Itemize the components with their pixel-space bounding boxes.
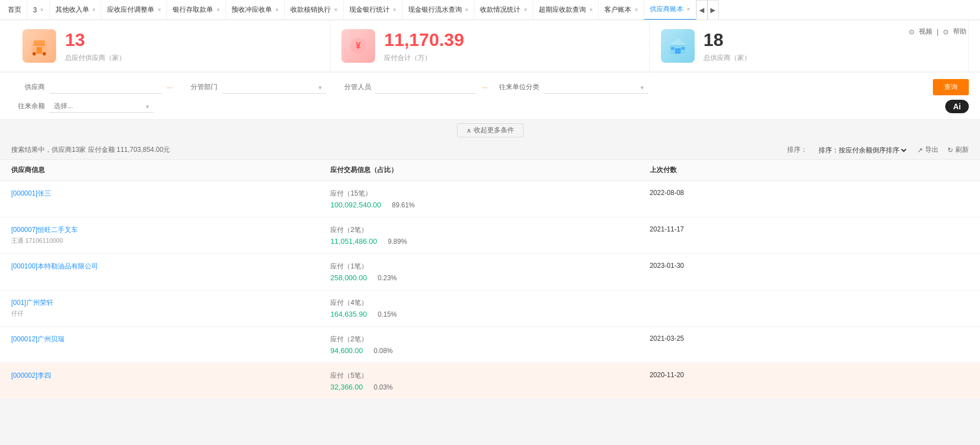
- lastpay-1: 2021-11-17: [650, 225, 969, 233]
- stat-info-total-suppliers: 18 总供应商（家）: [704, 29, 751, 62]
- supplier-input[interactable]: [49, 81, 161, 94]
- ai-button[interactable]: Ai: [945, 100, 969, 113]
- nav-item-3[interactable]: 3 ×: [27, 0, 50, 20]
- svg-point-4: [43, 52, 46, 55]
- nav-item-collect-stat[interactable]: 收款情况统计 ×: [474, 0, 533, 20]
- person-dots[interactable]: ···: [482, 84, 488, 91]
- nav-item-adjust[interactable]: 应收应付调整单 ×: [101, 0, 167, 20]
- svg-rect-2: [36, 47, 42, 54]
- stat-label-total-suppliers: 总供应商（家）: [704, 53, 751, 63]
- collapse-button[interactable]: ∧ 收起更多条件: [457, 123, 524, 137]
- supplier-link-5[interactable]: [000002]李四: [11, 372, 51, 379]
- payable-icon: ¥: [341, 29, 375, 63]
- close-icon-bank[interactable]: ×: [216, 7, 220, 13]
- video-label[interactable]: 视频: [919, 27, 932, 36]
- supplier-link-2[interactable]: [000100]本特勒油品有限公司: [11, 262, 98, 270]
- stat-block-payable-total: ¥ 11,170.39 应付合计（万）: [330, 20, 649, 72]
- filter-label-supplier: 供应商: [11, 82, 45, 92]
- table-row[interactable]: [000100]本特勒油品有限公司 应付（1笔） 258,000.00 0.23…: [0, 254, 980, 290]
- percent-3: 0.15%: [378, 310, 397, 318]
- table-row[interactable]: [001]广州荣轩 仔仔 应付（4笔） 164,635.90 0.15%: [0, 290, 980, 327]
- results-actions: 排序： 排序：按应付余额倒序排序 ↗ 导出 ↻ 刷新: [787, 145, 969, 155]
- help-label[interactable]: 帮助: [953, 27, 967, 36]
- balance-input[interactable]: [49, 100, 154, 113]
- stat-label-payable-suppliers: 总应付供应商（家）: [65, 53, 126, 63]
- nav-label-cash-flow: 现金银行流水查询: [408, 5, 462, 15]
- table-row[interactable]: [000012]广州贝瑞 应付（2笔） 94,600.00 0.08% 2021…: [0, 327, 980, 363]
- svg-rect-9: [675, 48, 681, 54]
- filter-section: 供应商 ··· 分管部门 ▼ 分管人员 ··· 往来单位分类 ▼ 查询 往来: [0, 72, 980, 120]
- lastpay-0: 2022-08-08: [650, 189, 969, 197]
- stat-number-payable-suppliers: 13: [65, 29, 126, 50]
- refresh-button[interactable]: ↻ 刷新: [947, 145, 969, 155]
- nav-label-overdue: 超期应收款查询: [539, 5, 586, 15]
- stat-number-payable-total: 11,170.39: [384, 29, 464, 50]
- category-input[interactable]: [544, 81, 648, 94]
- sort-select[interactable]: 排序：按应付余额倒序排序: [816, 146, 908, 155]
- search-button[interactable]: 查询: [933, 79, 969, 95]
- table-row[interactable]: [000007]恒旺二手叉车 王通 17106110000 应付（2笔） 11,…: [0, 217, 980, 254]
- close-icon-customer-book[interactable]: ×: [635, 7, 638, 13]
- svg-rect-1: [34, 40, 45, 46]
- filter-label-category: 往来单位分类: [499, 82, 539, 92]
- nav-item-other-income[interactable]: 其他收入单 ×: [50, 0, 102, 20]
- svg-point-3: [33, 52, 36, 55]
- nav-item-verify[interactable]: 收款核销执行 ×: [285, 0, 344, 20]
- export-button[interactable]: ↗ 导出: [917, 145, 939, 155]
- supplier-link-4[interactable]: [000012]广州贝瑞: [11, 335, 64, 343]
- nav-label-3: 3: [33, 6, 37, 14]
- close-icon-cash-stat[interactable]: ×: [393, 7, 396, 13]
- nav-label-collect-stat: 收款情况统计: [480, 5, 520, 15]
- lastpay-4: 2021-03-25: [650, 335, 969, 342]
- close-icon-cash-flow[interactable]: ×: [465, 7, 469, 13]
- person-input[interactable]: [376, 81, 477, 94]
- close-icon[interactable]: ×: [40, 7, 44, 13]
- nav-label-other-income: 其他收入单: [56, 5, 89, 15]
- nav-item-cash-stat[interactable]: 现金银行统计 ×: [344, 0, 403, 20]
- close-icon-other-income[interactable]: ×: [93, 7, 96, 13]
- supplier-info-5: [000002]李四: [11, 371, 330, 382]
- supplier-icon: [22, 29, 56, 63]
- nav-item-prepay[interactable]: 预收冲应收单 ×: [226, 0, 285, 20]
- svg-rect-10: [671, 47, 674, 50]
- payable-info-2: 应付（1笔） 258,000.00 0.23%: [330, 262, 649, 282]
- results-bar: 搜索结果中，供应商13家 应付金额 111,703,854.00元 排序： 排序…: [0, 141, 980, 160]
- nav-item-bank[interactable]: 银行存取款单 ×: [167, 0, 226, 20]
- close-icon-overdue[interactable]: ×: [589, 7, 593, 13]
- amount-2: 258,000.00: [330, 274, 367, 282]
- dept-input[interactable]: [222, 81, 326, 94]
- payable-info-0: 应付（15笔） 100,092,540.00 89.61%: [330, 189, 649, 209]
- amount-0: 100,092,540.00: [330, 201, 381, 209]
- supplier-dots[interactable]: ···: [167, 84, 173, 91]
- nav-item-cash-flow[interactable]: 现金银行流水查询 ×: [403, 0, 475, 20]
- nav-next-btn[interactable]: ▶: [708, 0, 719, 20]
- supplier-info-4: [000012]广州贝瑞: [11, 335, 330, 346]
- pay-label-3: 应付（4笔）: [330, 298, 649, 308]
- percent-0: 89.61%: [392, 201, 415, 209]
- store-icon: [661, 29, 695, 63]
- filter-item-category: 往来单位分类 ▼: [499, 81, 648, 94]
- supplier-link-1[interactable]: [000007]恒旺二手叉车: [11, 226, 78, 234]
- nav-label-prepay: 预收冲应收单: [232, 5, 272, 15]
- close-icon-supplier-book[interactable]: ×: [687, 6, 690, 12]
- table-row[interactable]: [000001]张三 应付（15笔） 100,092,540.00 89.61%…: [0, 181, 980, 217]
- svg-marker-8: [669, 38, 687, 45]
- close-icon-verify[interactable]: ×: [334, 7, 338, 13]
- supplier-link-3[interactable]: [001]广州荣轩: [11, 299, 53, 307]
- stat-info-payable-suppliers: 13 总应付供应商（家）: [65, 29, 126, 62]
- pay-label-0: 应付（15笔）: [330, 189, 649, 198]
- nav-item-overdue[interactable]: 超期应收款查询 ×: [533, 0, 599, 20]
- payable-info-1: 应付（2笔） 11,051,486.00 9.89%: [330, 225, 649, 245]
- nav-item-supplier-book[interactable]: 供应商账本 ×: [644, 0, 696, 20]
- close-icon-prepay[interactable]: ×: [275, 7, 279, 13]
- close-icon-adjust[interactable]: ×: [158, 7, 161, 13]
- filter-item-dept: 分管部门 ▼: [184, 81, 326, 94]
- close-icon-collect-stat[interactable]: ×: [524, 7, 527, 13]
- supplier-link-0[interactable]: [000001]张三: [11, 189, 51, 197]
- amount-4: 94,600.00: [330, 346, 363, 355]
- table-row-highlighted[interactable]: [000002]李四 应付（5笔） 32,366.00 0.03% 2020-1…: [0, 363, 980, 400]
- filter-row-1: 供应商 ··· 分管部门 ▼ 分管人员 ··· 往来单位分类 ▼ 查询: [11, 79, 969, 95]
- nav-item-customer-book[interactable]: 客户账本 ×: [599, 0, 644, 20]
- nav-item-home[interactable]: 首页: [2, 0, 27, 20]
- nav-prev-btn[interactable]: ◀: [696, 0, 708, 20]
